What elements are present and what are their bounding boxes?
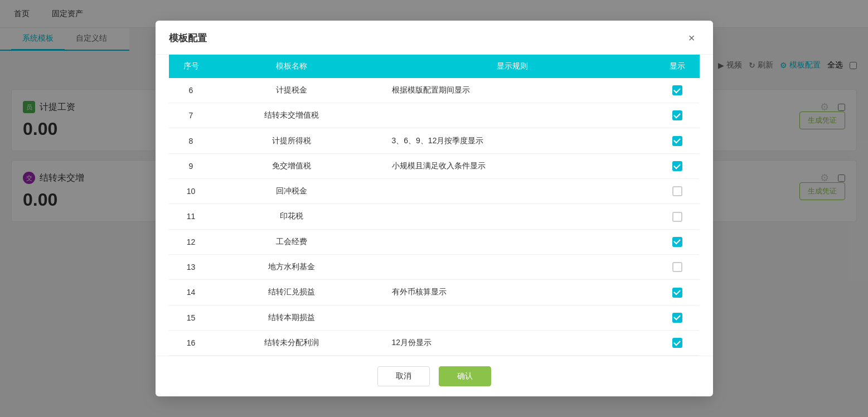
table-header-row: 序号 模板名称 显示规则 显示 bbox=[169, 55, 700, 78]
cell-rule: 根据模版配置期间显示 bbox=[370, 78, 655, 103]
cell-checkbox[interactable] bbox=[655, 229, 700, 254]
table-row: 8计提所得税3、6、9、12月按季度显示 bbox=[169, 128, 700, 153]
cell-rule: 3、6、9、12月按季度显示 bbox=[370, 128, 655, 153]
checkbox-1[interactable] bbox=[672, 110, 682, 120]
cell-checkbox[interactable] bbox=[655, 78, 700, 103]
cell-num: 7 bbox=[169, 103, 214, 128]
cell-rule bbox=[370, 254, 655, 279]
cell-name: 工会经费 bbox=[214, 229, 370, 254]
cell-name: 地方水利基金 bbox=[214, 254, 370, 279]
checkbox-0[interactable] bbox=[672, 85, 682, 95]
cell-name: 计提所得税 bbox=[214, 128, 370, 153]
confirm-button[interactable]: 确认 bbox=[439, 366, 491, 386]
checkbox-3[interactable] bbox=[672, 161, 682, 171]
cell-name: 结转汇兑损益 bbox=[214, 280, 370, 305]
checkbox-5[interactable] bbox=[672, 212, 682, 222]
checkbox-8[interactable] bbox=[672, 288, 682, 298]
cell-num: 11 bbox=[169, 204, 214, 229]
cell-num: 9 bbox=[169, 153, 214, 178]
table-row: 7结转未交增值税 bbox=[169, 103, 700, 128]
cell-rule bbox=[370, 229, 655, 254]
cell-checkbox[interactable] bbox=[655, 330, 700, 355]
cell-num: 16 bbox=[169, 330, 214, 355]
checkbox-2[interactable] bbox=[672, 136, 682, 146]
cell-name: 回冲税金 bbox=[214, 179, 370, 204]
col-header-rule: 显示规则 bbox=[370, 55, 655, 78]
table-row: 13地方水利基金 bbox=[169, 254, 700, 279]
table-row: 10回冲税金 bbox=[169, 179, 700, 204]
cell-rule: 有外币核算显示 bbox=[370, 280, 655, 305]
cell-rule: 12月份显示 bbox=[370, 330, 655, 355]
checkbox-9[interactable] bbox=[672, 313, 682, 323]
cell-rule bbox=[370, 179, 655, 204]
cell-rule: 小规模且满足收入条件显示 bbox=[370, 153, 655, 178]
cell-name: 结转未分配利润 bbox=[214, 330, 370, 355]
cell-checkbox[interactable] bbox=[655, 153, 700, 178]
cell-checkbox[interactable] bbox=[655, 254, 700, 279]
modal-header: 模板配置 × bbox=[156, 21, 713, 55]
table-row: 14结转汇兑损益有外币核算显示 bbox=[169, 280, 700, 305]
cancel-button[interactable]: 取消 bbox=[377, 366, 430, 386]
modal-title: 模板配置 bbox=[169, 32, 207, 45]
modal-footer: 取消 确认 bbox=[156, 356, 713, 396]
cell-num: 10 bbox=[169, 179, 214, 204]
cell-name: 免交增值税 bbox=[214, 153, 370, 178]
cell-name: 结转未交增值税 bbox=[214, 103, 370, 128]
col-header-name: 模板名称 bbox=[214, 55, 370, 78]
cell-rule bbox=[370, 103, 655, 128]
cell-num: 12 bbox=[169, 229, 214, 254]
cell-name: 结转本期损益 bbox=[214, 305, 370, 330]
checkbox-6[interactable] bbox=[672, 237, 682, 247]
table-row: 11印花税 bbox=[169, 204, 700, 229]
col-header-num: 序号 bbox=[169, 55, 214, 78]
modal-overlay: 模板配置 × 序号 模板名称 显示规则 显示 6计提税金根据模版配置期间显示7结… bbox=[0, 0, 868, 417]
modal-template-config: 模板配置 × 序号 模板名称 显示规则 显示 6计提税金根据模版配置期间显示7结… bbox=[156, 21, 713, 396]
checkbox-4[interactable] bbox=[672, 186, 682, 196]
checkbox-7[interactable] bbox=[672, 262, 682, 272]
cell-checkbox[interactable] bbox=[655, 204, 700, 229]
cell-num: 13 bbox=[169, 254, 214, 279]
cell-num: 14 bbox=[169, 280, 214, 305]
cell-rule bbox=[370, 204, 655, 229]
checkbox-10[interactable] bbox=[672, 338, 682, 348]
table-row: 16结转未分配利润12月份显示 bbox=[169, 330, 700, 355]
table-row: 15结转本期损益 bbox=[169, 305, 700, 330]
cell-num: 15 bbox=[169, 305, 214, 330]
cell-checkbox[interactable] bbox=[655, 280, 700, 305]
cell-checkbox[interactable] bbox=[655, 103, 700, 128]
cell-num: 6 bbox=[169, 78, 214, 103]
cell-num: 8 bbox=[169, 128, 214, 153]
cell-name: 印花税 bbox=[214, 204, 370, 229]
config-table: 序号 模板名称 显示规则 显示 6计提税金根据模版配置期间显示7结转未交增值税8… bbox=[169, 55, 700, 356]
cell-name: 计提税金 bbox=[214, 78, 370, 103]
modal-close-button[interactable]: × bbox=[684, 31, 700, 46]
table-row: 6计提税金根据模版配置期间显示 bbox=[169, 78, 700, 103]
cell-checkbox[interactable] bbox=[655, 128, 700, 153]
cell-checkbox[interactable] bbox=[655, 179, 700, 204]
cell-rule bbox=[370, 305, 655, 330]
col-header-show: 显示 bbox=[655, 55, 700, 78]
table-row: 9免交增值税小规模且满足收入条件显示 bbox=[169, 153, 700, 178]
cell-checkbox[interactable] bbox=[655, 305, 700, 330]
table-row: 12工会经费 bbox=[169, 229, 700, 254]
modal-body: 序号 模板名称 显示规则 显示 6计提税金根据模版配置期间显示7结转未交增值税8… bbox=[156, 55, 713, 356]
